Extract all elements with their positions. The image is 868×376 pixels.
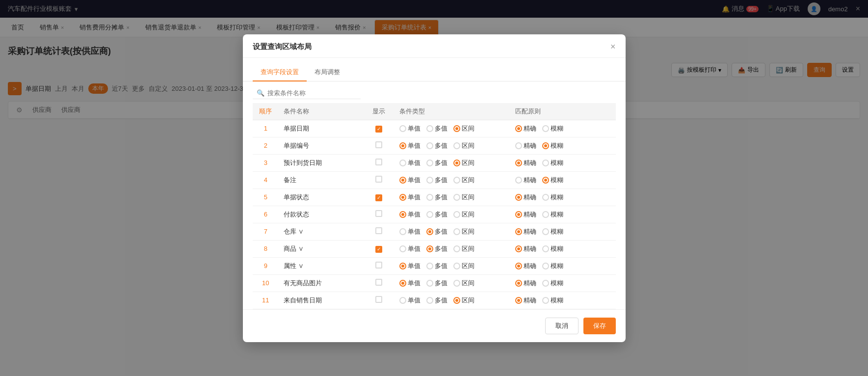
radio-单值-8[interactable]: [399, 263, 406, 269]
radio-单值-2[interactable]: [399, 160, 406, 166]
row-type-option-区间-9[interactable]: 区间: [453, 279, 474, 288]
row-display-checkbox-6[interactable]: [375, 227, 382, 234]
row-type-option-单值-3[interactable]: 单值: [399, 176, 421, 185]
radio-单值-0[interactable]: [399, 125, 406, 132]
radio-区间-5[interactable]: [453, 211, 460, 218]
row-type-option-单值-0[interactable]: 单值: [399, 124, 421, 133]
radio-单值-10[interactable]: [399, 297, 406, 304]
row-type-option-单值-1[interactable]: 单值: [399, 141, 421, 150]
row-type-option-区间-8[interactable]: 区间: [453, 262, 474, 270]
row-match-option-精确-0[interactable]: 精确: [515, 124, 536, 133]
row-match-option-模糊-10[interactable]: 模糊: [542, 296, 563, 305]
row-display-checkbox-7[interactable]: [375, 246, 382, 253]
radio-match-精确-8[interactable]: [515, 263, 522, 269]
radio-区间-6[interactable]: [453, 228, 460, 235]
radio-区间-4[interactable]: [453, 194, 460, 201]
row-match-option-精确-1[interactable]: 精确: [515, 141, 536, 150]
row-match-option-模糊-3[interactable]: 模糊: [542, 176, 563, 185]
row-type-option-多值-3[interactable]: 多值: [426, 176, 447, 185]
radio-区间-0[interactable]: [453, 125, 460, 132]
radio-多值-2[interactable]: [426, 160, 433, 166]
row-match-option-精确-4[interactable]: 精确: [515, 193, 536, 202]
row-display-checkbox-3[interactable]: [375, 176, 382, 183]
row-display-10[interactable]: [363, 292, 395, 309]
row-type-option-区间-5[interactable]: 区间: [453, 210, 474, 219]
radio-区间-7[interactable]: [453, 245, 460, 252]
radio-match-模糊-2[interactable]: [542, 160, 549, 166]
cancel-button[interactable]: 取消: [545, 318, 579, 334]
row-type-option-单值-6[interactable]: 单值: [399, 227, 421, 236]
radio-区间-10[interactable]: [453, 297, 460, 304]
row-match-option-模糊-6[interactable]: 模糊: [542, 227, 563, 236]
radio-多值-10[interactable]: [426, 297, 433, 304]
row-type-option-多值-8[interactable]: 多值: [426, 262, 447, 270]
row-display-2[interactable]: [363, 154, 395, 171]
row-type-option-多值-9[interactable]: 多值: [426, 279, 447, 288]
row-display-1[interactable]: [363, 137, 395, 154]
radio-match-模糊-3[interactable]: [542, 177, 549, 184]
radio-单值-7[interactable]: [399, 245, 406, 252]
row-match-option-精确-6[interactable]: 精确: [515, 227, 536, 236]
radio-区间-8[interactable]: [453, 263, 460, 269]
row-type-option-区间-4[interactable]: 区间: [453, 193, 474, 202]
radio-区间-1[interactable]: [453, 142, 460, 149]
radio-match-精确-1[interactable]: [515, 142, 522, 149]
row-display-checkbox-0[interactable]: [375, 126, 382, 133]
row-match-option-模糊-5[interactable]: 模糊: [542, 210, 563, 219]
row-display-0[interactable]: [363, 120, 395, 137]
row-type-option-单值-8[interactable]: 单值: [399, 262, 421, 270]
row-display-4[interactable]: [363, 188, 395, 206]
radio-单值-5[interactable]: [399, 211, 406, 218]
row-type-option-多值-2[interactable]: 多值: [426, 159, 447, 167]
radio-区间-9[interactable]: [453, 280, 460, 287]
radio-match-模糊-1[interactable]: [542, 142, 549, 149]
row-display-3[interactable]: [363, 171, 395, 188]
row-match-option-精确-2[interactable]: 精确: [515, 159, 536, 167]
search-input[interactable]: [267, 89, 346, 97]
radio-match-精确-10[interactable]: [515, 297, 522, 304]
row-type-option-区间-2[interactable]: 区间: [453, 159, 474, 167]
dialog-close-button[interactable]: ×: [610, 42, 616, 51]
dialog-tab-query-fields[interactable]: 查询字段设置: [253, 64, 307, 81]
radio-单值-3[interactable]: [399, 177, 406, 184]
radio-match-精确-9[interactable]: [515, 280, 522, 287]
row-match-option-模糊-0[interactable]: 模糊: [542, 124, 563, 133]
radio-match-模糊-4[interactable]: [542, 194, 549, 201]
radio-match-精确-2[interactable]: [515, 160, 522, 166]
row-type-option-单值-10[interactable]: 单值: [399, 296, 421, 305]
row-match-option-模糊-4[interactable]: 模糊: [542, 193, 563, 202]
row-match-option-模糊-1[interactable]: 模糊: [542, 141, 563, 150]
radio-单值-6[interactable]: [399, 228, 406, 235]
radio-多值-4[interactable]: [426, 194, 433, 201]
row-type-option-单值-5[interactable]: 单值: [399, 210, 421, 219]
row-display-6[interactable]: [363, 223, 395, 240]
radio-match-模糊-10[interactable]: [542, 297, 549, 304]
radio-单值-9[interactable]: [399, 280, 406, 287]
row-type-option-区间-1[interactable]: 区间: [453, 141, 474, 150]
row-type-option-多值-6[interactable]: 多值: [426, 227, 447, 236]
radio-区间-2[interactable]: [453, 160, 460, 166]
row-type-option-单值-4[interactable]: 单值: [399, 193, 421, 202]
radio-match-精确-5[interactable]: [515, 211, 522, 218]
row-match-option-精确-8[interactable]: 精确: [515, 262, 536, 270]
row-type-option-多值-0[interactable]: 多值: [426, 124, 447, 133]
radio-多值-5[interactable]: [426, 211, 433, 218]
row-type-option-区间-7[interactable]: 区间: [453, 244, 474, 253]
row-match-option-模糊-2[interactable]: 模糊: [542, 159, 563, 167]
radio-match-模糊-8[interactable]: [542, 263, 549, 269]
row-match-option-精确-7[interactable]: 精确: [515, 244, 536, 253]
row-type-option-单值-9[interactable]: 单值: [399, 279, 421, 288]
row-display-checkbox-4[interactable]: [375, 194, 382, 201]
radio-match-模糊-6[interactable]: [542, 228, 549, 235]
row-type-option-多值-7[interactable]: 多值: [426, 244, 447, 253]
radio-多值-6[interactable]: [426, 228, 433, 235]
radio-多值-9[interactable]: [426, 280, 433, 287]
row-display-checkbox-8[interactable]: [375, 262, 382, 269]
row-display-checkbox-2[interactable]: [375, 159, 382, 165]
radio-多值-0[interactable]: [426, 125, 433, 132]
radio-match-精确-6[interactable]: [515, 228, 522, 235]
row-match-option-精确-5[interactable]: 精确: [515, 210, 536, 219]
radio-match-精确-4[interactable]: [515, 194, 522, 201]
radio-match-模糊-7[interactable]: [542, 245, 549, 252]
row-display-checkbox-5[interactable]: [375, 210, 382, 217]
